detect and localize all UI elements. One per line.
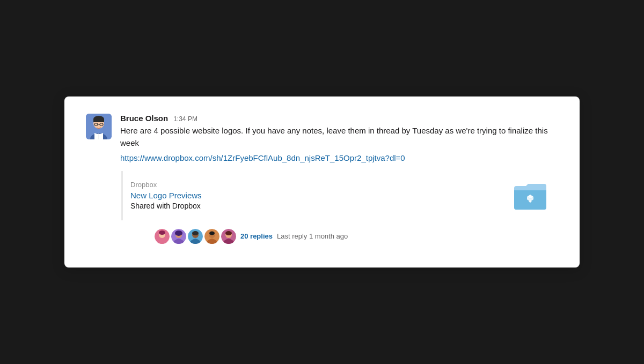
link-preview-card: Dropbox New Logo Previews Shared with Dr… xyxy=(121,171,558,220)
message-timestamp: 1:34 PM xyxy=(173,115,197,123)
reply-last-time: Last reply 1 month ago xyxy=(277,232,348,240)
message-meta: Bruce Olson 1:34 PM xyxy=(120,114,558,123)
svg-point-26 xyxy=(225,231,232,235)
reply-avatars xyxy=(155,229,236,244)
svg-point-14 xyxy=(159,231,165,235)
reply-avatar-2 xyxy=(171,229,186,244)
reply-count[interactable]: 20 replies xyxy=(240,232,273,240)
dropbox-folder-icon xyxy=(511,176,550,215)
sender-name: Bruce Olson xyxy=(120,114,168,123)
svg-point-23 xyxy=(209,231,215,235)
link-preview-content: Dropbox New Logo Previews Shared with Dr… xyxy=(130,181,502,210)
svg-point-17 xyxy=(175,231,182,236)
reply-avatar-5 xyxy=(221,229,236,244)
message-body: Bruce Olson 1:34 PM Here are 4 possible … xyxy=(120,114,558,244)
message-card: Bruce Olson 1:34 PM Here are 4 possible … xyxy=(64,96,580,268)
message-header: Bruce Olson 1:34 PM Here are 4 possible … xyxy=(86,114,558,244)
reply-avatar-4 xyxy=(204,229,219,244)
svg-point-20 xyxy=(192,231,199,235)
bruce-olson-avatar xyxy=(86,114,112,139)
message-text: Here are 4 possible website logos. If yo… xyxy=(120,125,558,149)
reply-avatar-3 xyxy=(188,229,203,244)
reply-avatar-1 xyxy=(155,229,170,244)
link-preview-title[interactable]: New Logo Previews xyxy=(130,191,502,200)
link-preview-source: Dropbox xyxy=(130,181,502,189)
message-url-link[interactable]: https://www.dropbox.com/sh/1ZrFyebFCflAu… xyxy=(120,153,405,162)
link-preview-description: Shared with Dropbox xyxy=(130,202,502,210)
svg-rect-3 xyxy=(93,119,104,122)
replies-row: 20 replies Last reply 1 month ago xyxy=(120,229,558,244)
